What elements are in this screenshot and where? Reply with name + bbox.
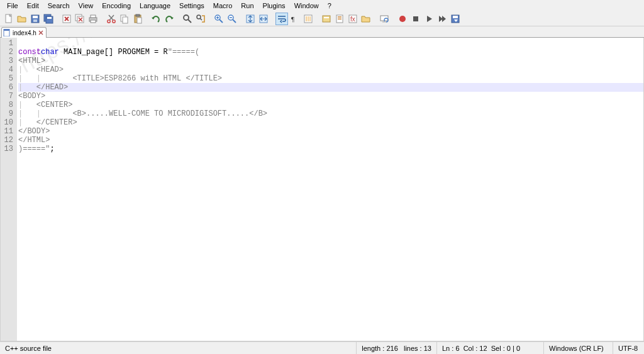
zoom-in-icon[interactable] xyxy=(213,13,225,25)
menu-encoding[interactable]: Encoding xyxy=(97,1,135,10)
menu-language[interactable]: Language xyxy=(135,1,175,10)
menu-run[interactable]: Run xyxy=(236,1,258,10)
line-number: 10 xyxy=(2,118,13,127)
close-all-icon[interactable] xyxy=(74,13,86,25)
undo-icon[interactable] xyxy=(150,13,162,25)
menu-plugins[interactable]: Plugins xyxy=(258,1,290,10)
svg-rect-40 xyxy=(413,16,418,21)
separator-icon xyxy=(177,13,180,25)
svg-rect-19 xyxy=(137,18,142,23)
code-line[interactable]: | </HEAD> xyxy=(18,83,643,92)
separator-icon xyxy=(209,13,211,25)
show-all-chars-icon[interactable]: ¶ xyxy=(289,13,301,25)
stop-macro-icon[interactable] xyxy=(409,13,422,25)
menu-edit[interactable]: Edit xyxy=(23,1,43,10)
svg-rect-44 xyxy=(4,29,9,31)
paste-icon[interactable] xyxy=(131,13,144,25)
separator-icon xyxy=(316,13,319,25)
copy-icon[interactable] xyxy=(118,13,131,25)
save-icon[interactable] xyxy=(29,13,42,25)
indent-guide-icon[interactable] xyxy=(302,13,314,25)
code-line[interactable]: | <HEAD> xyxy=(18,65,643,74)
tab-close-icon[interactable] xyxy=(38,30,43,35)
tab-bar: index4.h xyxy=(0,26,644,38)
separator-icon xyxy=(146,13,148,25)
new-file-icon[interactable] xyxy=(3,13,15,25)
svg-rect-3 xyxy=(33,19,37,22)
svg-point-39 xyxy=(399,16,406,22)
cut-icon[interactable] xyxy=(105,13,118,25)
status-encoding: UTF-8 xyxy=(613,342,644,354)
code-area[interactable]: const char MAIN_page[] PROGMEM = R"=====… xyxy=(17,38,643,341)
zoom-out-icon[interactable] xyxy=(226,13,238,25)
code-line[interactable]: <BODY> xyxy=(18,92,643,101)
code-line[interactable]: <HTML> xyxy=(18,57,643,65)
line-number: 5 xyxy=(2,74,13,83)
sync-v-icon[interactable] xyxy=(244,13,257,25)
line-number: 4 xyxy=(2,65,13,74)
close-icon[interactable] xyxy=(60,13,73,25)
sync-h-icon[interactable] xyxy=(257,13,270,25)
redo-icon[interactable] xyxy=(163,13,175,25)
status-eol: Windows (CR LF) xyxy=(543,342,613,354)
file-h-icon xyxy=(3,29,11,36)
menu-window[interactable]: Window xyxy=(290,1,323,10)
tab-active[interactable]: index4.h xyxy=(1,27,47,38)
code-line[interactable]: | <CENTER> xyxy=(18,101,643,109)
doc-map-icon[interactable] xyxy=(333,13,346,25)
code-line[interactable]: )====="; xyxy=(18,145,643,153)
menu-view[interactable]: View xyxy=(74,1,98,10)
line-number: 2 xyxy=(2,48,13,57)
code-line[interactable]: | </CENTER> xyxy=(18,118,643,127)
separator-icon xyxy=(240,13,243,25)
open-file-icon[interactable] xyxy=(16,13,28,25)
status-bar: C++ source file length : 216 lines : 13 … xyxy=(0,341,644,354)
menu-macro[interactable]: Macro xyxy=(209,1,237,10)
svg-point-20 xyxy=(184,15,189,20)
func-list-icon[interactable]: fx xyxy=(347,13,359,25)
save-macro-icon[interactable] xyxy=(449,13,462,25)
line-number: 1 xyxy=(2,39,13,48)
play-multi-icon[interactable] xyxy=(436,13,448,25)
menu-file[interactable]: File xyxy=(3,1,23,10)
svg-rect-28 xyxy=(323,16,330,22)
code-editor[interactable]: 12345678910111213 const char MAIN_page[]… xyxy=(0,38,644,341)
line-number: 7 xyxy=(2,92,13,101)
menu-search[interactable]: Search xyxy=(43,1,74,10)
replace-icon[interactable] xyxy=(194,13,207,25)
svg-rect-2 xyxy=(33,16,38,18)
separator-icon xyxy=(101,13,104,25)
lang-ui-icon[interactable] xyxy=(320,13,333,25)
find-icon[interactable] xyxy=(181,13,194,25)
status-filetype: C++ source file xyxy=(0,342,57,354)
svg-rect-6 xyxy=(47,17,52,19)
svg-rect-11 xyxy=(91,15,96,18)
code-line[interactable]: </BODY> xyxy=(18,127,643,136)
monitor-icon[interactable] xyxy=(378,13,391,25)
menu-settings[interactable]: Settings xyxy=(175,1,209,10)
tab-label: index4.h xyxy=(13,30,36,36)
code-line[interactable]: | | <B>.....WELL-COME TO MICRODIGISOFT..… xyxy=(18,109,643,118)
folder-workspace-icon[interactable] xyxy=(360,13,372,25)
status-length: length : 216 lines : 13 xyxy=(356,342,436,354)
code-line[interactable]: </HTML> xyxy=(18,136,643,145)
separator-icon xyxy=(392,13,395,25)
code-line[interactable] xyxy=(18,39,643,48)
svg-rect-12 xyxy=(91,20,96,23)
line-number: 11 xyxy=(2,127,13,136)
code-line[interactable]: const char MAIN_page[] PROGMEM = R"=====… xyxy=(18,48,643,57)
print-icon[interactable] xyxy=(87,13,99,25)
code-line[interactable]: | | <TITLE>ESP8266 with HTML </TITLE> xyxy=(18,74,643,83)
svg-rect-29 xyxy=(324,17,329,18)
status-cursor: Ln : 6 Col : 12 Sel : 0 | 0 xyxy=(436,342,543,354)
play-macro-icon[interactable] xyxy=(423,13,435,25)
record-macro-icon[interactable] xyxy=(396,13,409,25)
line-number: 8 xyxy=(2,101,13,109)
toolbar: ¶ fx xyxy=(0,11,644,26)
svg-rect-18 xyxy=(136,14,140,16)
wordwrap-icon[interactable] xyxy=(275,13,288,25)
svg-rect-31 xyxy=(338,16,341,17)
svg-rect-32 xyxy=(338,18,341,18)
save-all-icon[interactable] xyxy=(42,13,55,25)
menu-help[interactable]: ? xyxy=(323,1,336,10)
